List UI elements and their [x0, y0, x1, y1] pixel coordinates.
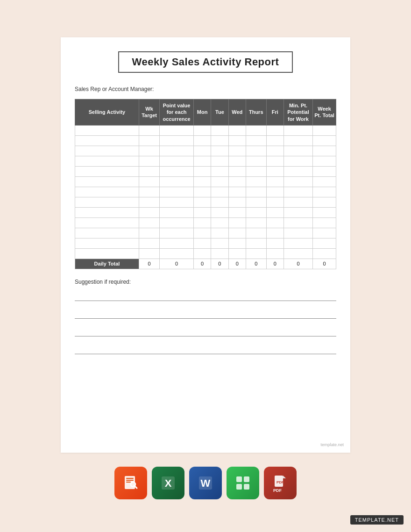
table-row [75, 176, 336, 187]
suggestion-line-1[interactable] [75, 292, 336, 301]
template-badge: TEMPLATE.NET [350, 515, 404, 525]
svg-marker-14 [283, 476, 286, 478]
table-row [75, 238, 336, 248]
table-row [75, 125, 336, 135]
excel-icon[interactable]: X [152, 467, 184, 499]
document: Weekly Sales Activity Report Sales Rep o… [61, 37, 350, 453]
header-wk-target: Wk Target [139, 99, 159, 126]
table-row [75, 217, 336, 228]
table-body: Daily Total 0 0 0 0 0 0 0 0 0 [75, 125, 336, 269]
word-icon[interactable]: W [189, 467, 222, 499]
svg-text:PDF: PDF [276, 480, 284, 484]
daily-total-wk-target: 0 [139, 259, 159, 269]
daily-total-week-pt: 0 [313, 259, 336, 269]
svg-rect-2 [126, 480, 134, 481]
suggestion-line-2[interactable] [75, 309, 336, 319]
table-wrapper: Selling Activity Wk Target Point value f… [75, 99, 336, 269]
table-header-row: Selling Activity Wk Target Point value f… [75, 99, 336, 126]
svg-text:PDF: PDF [273, 488, 282, 492]
header-thurs: Thurs [246, 99, 266, 126]
numbers-svg [234, 474, 252, 492]
app-icons-bar: X W PDF PDF [114, 467, 297, 499]
numbers-icon[interactable] [227, 467, 259, 499]
header-fri: Fri [266, 99, 283, 126]
daily-total-point-value: 0 [160, 259, 194, 269]
table-row [75, 228, 336, 238]
svg-rect-1 [126, 478, 134, 479]
daily-total-mon: 0 [193, 259, 211, 269]
excel-svg: X [159, 474, 177, 492]
table-row [75, 135, 336, 146]
header-min-pt: Min. Pt. Potential for Work [283, 99, 312, 126]
daily-total-wed: 0 [228, 259, 246, 269]
header-wed: Wed [228, 99, 246, 126]
header-selling-activity: Selling Activity [75, 99, 139, 126]
sales-rep-field: Sales Rep or Account Manager: [75, 86, 336, 92]
daily-total-row: Daily Total 0 0 0 0 0 0 0 0 0 [75, 259, 336, 269]
pages-svg [122, 474, 140, 492]
svg-text:W: W [201, 477, 211, 489]
sales-activity-table: Selling Activity Wk Target Point value f… [75, 99, 336, 269]
table-row [75, 187, 336, 197]
daily-total-label: Daily Total [75, 259, 139, 269]
header-mon: Mon [193, 99, 211, 126]
pages-icon[interactable] [114, 467, 147, 499]
table-row [75, 166, 336, 176]
pdf-svg: PDF PDF [271, 474, 289, 492]
daily-total-min-pt: 0 [283, 259, 312, 269]
table-row [75, 146, 336, 156]
daily-total-tue: 0 [211, 259, 228, 269]
svg-rect-9 [236, 476, 242, 482]
table-row [75, 156, 336, 166]
title-wrapper: Weekly Sales Activity Report [75, 51, 336, 73]
daily-total-fri: 0 [266, 259, 283, 269]
table-row [75, 207, 336, 217]
pdf-icon[interactable]: PDF PDF [264, 467, 297, 499]
svg-text:X: X [165, 477, 172, 489]
table-row [75, 197, 336, 207]
suggestion-label: Suggestion if required: [75, 279, 336, 285]
suggestion-section: Suggestion if required: [75, 279, 336, 354]
table-row [75, 248, 336, 259]
header-week-pt-total: Week Pt. Total [313, 99, 336, 126]
svg-rect-12 [244, 484, 249, 490]
watermark: template.net [320, 442, 344, 447]
suggestion-line-4[interactable] [75, 345, 336, 354]
page-container: Weekly Sales Activity Report Sales Rep o… [0, 0, 411, 509]
svg-rect-10 [244, 476, 249, 482]
suggestion-line-3[interactable] [75, 327, 336, 336]
document-title: Weekly Sales Activity Report [118, 51, 293, 73]
word-svg: W [197, 474, 214, 492]
svg-rect-11 [236, 484, 242, 490]
daily-total-thurs: 0 [246, 259, 266, 269]
header-point-value: Point value for each occurrence [160, 99, 194, 126]
svg-rect-3 [126, 482, 131, 483]
header-tue: Tue [211, 99, 228, 126]
